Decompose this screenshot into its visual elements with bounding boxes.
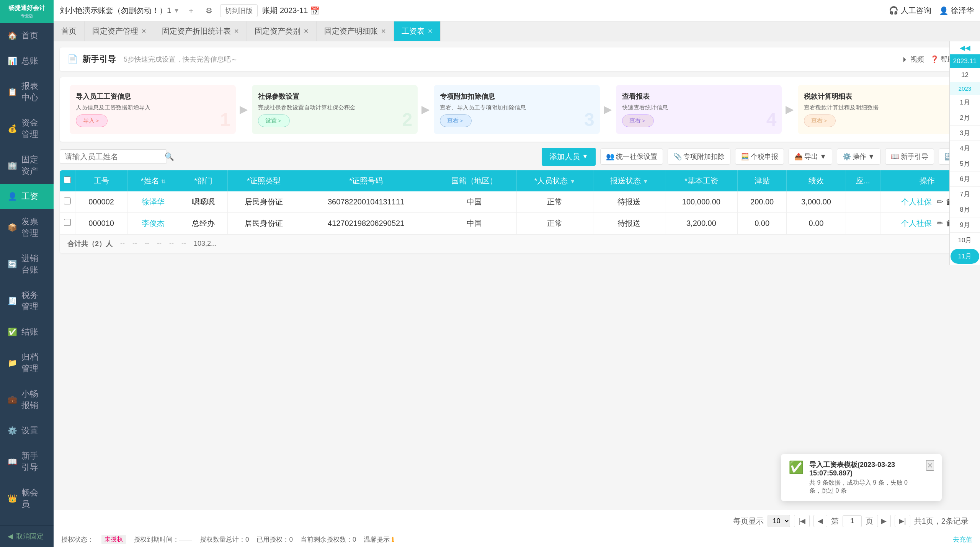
calendar-expand-button[interactable]: ◀◀ xyxy=(950,41,980,54)
tab-home[interactable]: 首页 xyxy=(54,21,85,41)
per-page-label: 每页显示 xyxy=(733,516,764,526)
sidebar-item-tax[interactable]: 🧾 税务管理 xyxy=(0,282,54,319)
calendar-month-3[interactable]: 3月 xyxy=(950,126,980,141)
search-input[interactable] xyxy=(65,152,162,161)
ai-consult-button[interactable]: 🎧 人工咨询 xyxy=(889,5,931,16)
close-icon[interactable]: ✕ xyxy=(428,28,433,35)
sidebar-item-checkout[interactable]: ✅ 结账 xyxy=(0,319,54,345)
sidebar-item-assets[interactable]: 🏢 固定资产 xyxy=(0,147,54,184)
close-icon[interactable]: ✕ xyxy=(381,28,386,35)
calendar-month-8[interactable]: 8月 xyxy=(950,202,980,217)
sidebar-item-expense[interactable]: 💼 小畅报销 xyxy=(0,381,54,418)
step-3-btn[interactable]: 查看＞ xyxy=(440,114,472,127)
sidebar-item-guide[interactable]: 📖 新手引导 xyxy=(0,443,54,480)
calendar-month-11[interactable]: 11月 xyxy=(951,249,979,264)
action-social-link[interactable]: 个人社保 xyxy=(901,219,932,227)
sidebar-item-label: 资金管理 xyxy=(21,117,46,140)
close-icon[interactable]: ✕ xyxy=(141,28,146,35)
step-2: 社保参数设置 完成社保参数设置自动计算社保公积金 设置＞ 2 xyxy=(252,85,418,134)
page-last-button[interactable]: ▶| xyxy=(895,515,910,527)
sidebar-item-label: 工资 xyxy=(21,191,38,202)
social-icon: 👥 xyxy=(606,152,614,161)
unpin-button[interactable]: ◀ 取消固定 xyxy=(0,525,54,547)
sidebar-item-sales[interactable]: 🔄 进销台账 xyxy=(0,246,54,282)
page-prev-button[interactable]: ◀ xyxy=(813,515,827,527)
employee-name-link[interactable]: 李俊杰 xyxy=(142,219,165,227)
page-next-button[interactable]: ▶ xyxy=(877,515,891,527)
per-page-select[interactable]: 10 20 50 xyxy=(768,515,790,527)
calendar-month-12[interactable]: 12 xyxy=(950,68,980,82)
add-account-button[interactable]: ＋ xyxy=(184,4,198,17)
new-guide-button[interactable]: 📖 新手引导 xyxy=(885,149,934,165)
employee-nationality: 中国 xyxy=(432,212,516,234)
sidebar-item-label: 发票管理 xyxy=(21,216,46,239)
sidebar-item-funds[interactable]: 💰 资金管理 xyxy=(0,110,54,147)
settings-button[interactable]: ⚙ xyxy=(203,5,216,17)
step-5-title: 税款计算明细表 xyxy=(804,92,958,101)
sidebar-item-home[interactable]: 🏠 首页 xyxy=(0,23,54,48)
tax-declare-button[interactable]: 🧮 个税申报 xyxy=(735,149,784,165)
special-deduction-button[interactable]: 📎 专项附加扣除 xyxy=(668,149,730,165)
sidebar-item-ledger[interactable]: 📊 总账 xyxy=(0,48,54,73)
app-logo: 畅捷通好会计 专业版 xyxy=(0,0,54,23)
step-2-btn[interactable]: 设置＞ xyxy=(258,114,290,127)
search-box[interactable]: 🔍 xyxy=(60,149,167,164)
calendar-month-2[interactable]: 2月 xyxy=(950,110,980,126)
employee-id-num: 360782200104131111 xyxy=(300,191,432,213)
sidebar-item-settings[interactable]: ⚙️ 设置 xyxy=(0,418,54,443)
row-checkbox[interactable] xyxy=(64,219,71,226)
sidebar-item-archive[interactable]: 📁 归档管理 xyxy=(0,345,54,381)
tab-asset-category[interactable]: 固定资产类别 ✕ xyxy=(247,21,317,41)
calendar-month-10[interactable]: 10月 xyxy=(950,233,980,248)
operation-button[interactable]: ⚙️ 操作 ▼ xyxy=(837,149,880,165)
close-icon[interactable]: ✕ xyxy=(304,28,309,35)
pagination: 每页显示 10 20 50 |◀ ◀ 第 页 ▶ ▶| 共1页，2条记录 xyxy=(54,510,980,532)
calendar-month-7[interactable]: 7月 xyxy=(950,187,980,202)
close-icon[interactable]: ✕ xyxy=(234,28,239,35)
toast-close-button[interactable]: ✕ xyxy=(926,460,934,471)
select-all-checkbox[interactable] xyxy=(64,176,71,183)
add-employee-button[interactable]: 添加人员 ▼ xyxy=(542,148,596,166)
header: 刘小艳演示账套（勿删勿动！）1 ▼ ＋ ⚙ 切到旧版 账期 2023-11 📅 … xyxy=(54,0,980,21)
calendar-month-9[interactable]: 9月 xyxy=(950,217,980,233)
action-edit-icon[interactable]: ✏ xyxy=(937,198,943,206)
action-edit-icon[interactable]: ✏ xyxy=(937,219,943,227)
employee-name-link[interactable]: 徐泽华 xyxy=(142,198,165,206)
user-profile[interactable]: 👤 徐泽华 xyxy=(939,5,974,16)
switch-version-button[interactable]: 切到旧版 xyxy=(220,4,258,17)
video-link[interactable]: ⏵ 视频 xyxy=(902,55,924,64)
calendar-month-1[interactable]: 1月 xyxy=(950,95,980,110)
step-1-btn[interactable]: 导入＞ xyxy=(76,114,108,127)
sidebar-item-reports[interactable]: 📋 报表中心 xyxy=(0,73,54,110)
used-auth-label: 已用授权：0 xyxy=(256,535,292,544)
social-insurance-button[interactable]: 👥 统一社保设置 xyxy=(600,149,663,165)
step-4-btn[interactable]: 查看＞ xyxy=(622,114,654,127)
member-icon: 👑 xyxy=(8,494,17,503)
tab-fixed-assets[interactable]: 固定资产管理 ✕ xyxy=(85,21,154,41)
remain-auth-label: 当前剩余授权数：0 xyxy=(301,535,356,544)
tab-asset-detail[interactable]: 固定资产明细账 ✕ xyxy=(317,21,394,41)
tab-salary[interactable]: 工资表 ✕ xyxy=(394,21,441,41)
page-number-input[interactable] xyxy=(843,515,862,527)
sidebar-item-invoice[interactable]: 📦 发票管理 xyxy=(0,209,54,246)
tab-depreciation[interactable]: 固定资产折旧统计表 ✕ xyxy=(154,21,247,41)
calendar-month-4[interactable]: 4月 xyxy=(950,141,980,156)
step-5-btn[interactable]: 查看＞ xyxy=(804,114,836,127)
tab-label: 工资表 xyxy=(402,26,425,36)
col-name: *姓名 ⇅ xyxy=(127,170,179,191)
employee-table-container: 工号 *姓名 ⇅ *部门 *证照类型 *证照号码 国籍（地区） *人员状态 ▼ … xyxy=(60,170,974,253)
sidebar-item-member[interactable]: 👑 畅会员 xyxy=(0,480,54,517)
steps-container: 导入员工工资信息 人员信息及工资数据新增导入 导入＞ 1 ▶ 社保参数设置 完成… xyxy=(60,77,974,142)
tab-label: 固定资产明细账 xyxy=(324,26,378,36)
operation-dropdown-icon: ▼ xyxy=(868,153,875,161)
recharge-link[interactable]: 去充值 xyxy=(953,535,972,544)
page-first-button[interactable]: |◀ xyxy=(794,515,810,527)
sidebar-item-salary[interactable]: 👤 工资 xyxy=(0,184,54,209)
calendar-month-5[interactable]: 5月 xyxy=(950,156,980,171)
employee-basic-salary: 100,000.00 xyxy=(665,191,737,213)
account-selector[interactable]: 刘小艳演示账套（勿删勿动！）1 ▼ xyxy=(60,5,180,16)
action-social-link[interactable]: 个人社保 xyxy=(901,198,932,206)
row-checkbox[interactable] xyxy=(64,198,71,204)
export-button[interactable]: 📤 导出 ▼ xyxy=(789,149,832,165)
calendar-month-6[interactable]: 6月 xyxy=(950,171,980,187)
